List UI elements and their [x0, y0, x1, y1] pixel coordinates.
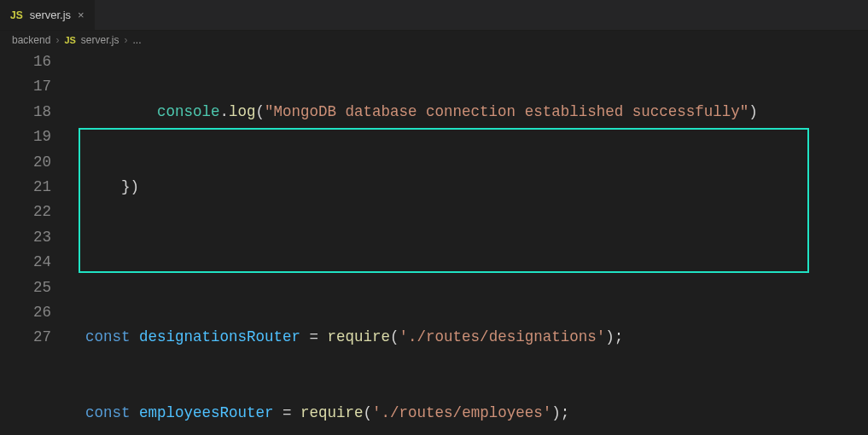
tab-bar: JS server.js ×: [0, 0, 868, 31]
line-number: 16: [0, 49, 67, 74]
line-number: 24: [0, 250, 67, 275]
code-editor[interactable]: 161718192021222324252627 console.log("Mo…: [0, 49, 868, 435]
js-file-icon: JS: [10, 9, 23, 21]
line-number: 21: [0, 175, 67, 200]
line-number: 19: [0, 125, 67, 149]
code-line[interactable]: console.log("MongoDB database connection…: [85, 100, 868, 125]
line-number: 23: [0, 225, 67, 250]
close-icon[interactable]: ×: [78, 9, 84, 21]
breadcrumb-trailing: ...: [133, 34, 142, 46]
tab-server-js[interactable]: JS server.js ×: [0, 0, 96, 30]
code-content[interactable]: console.log("MongoDB database connection…: [85, 49, 868, 435]
code-line[interactable]: const employeesRouter = require('./route…: [85, 401, 868, 426]
breadcrumb[interactable]: backend › JS server.js › ...: [0, 31, 868, 49]
code-line[interactable]: }): [85, 175, 868, 200]
line-number: 25: [0, 276, 67, 300]
line-number-gutter: 161718192021222324252627: [0, 49, 67, 351]
line-number: 17: [0, 74, 67, 99]
breadcrumb-root[interactable]: backend: [12, 34, 50, 46]
line-number: 22: [0, 200, 67, 224]
code-line[interactable]: const designationsRouter = require('./ro…: [85, 325, 868, 350]
tab-filename: server.js: [30, 9, 71, 21]
breadcrumb-file[interactable]: server.js: [81, 34, 119, 46]
chevron-right-icon: ›: [125, 34, 128, 46]
line-number: 27: [0, 325, 67, 350]
chevron-right-icon: ›: [55, 34, 59, 46]
line-number: 20: [0, 150, 67, 175]
line-number: 18: [0, 100, 67, 125]
js-file-icon: JS: [64, 35, 75, 45]
code-line[interactable]: [85, 250, 868, 275]
line-number: 26: [0, 300, 67, 325]
